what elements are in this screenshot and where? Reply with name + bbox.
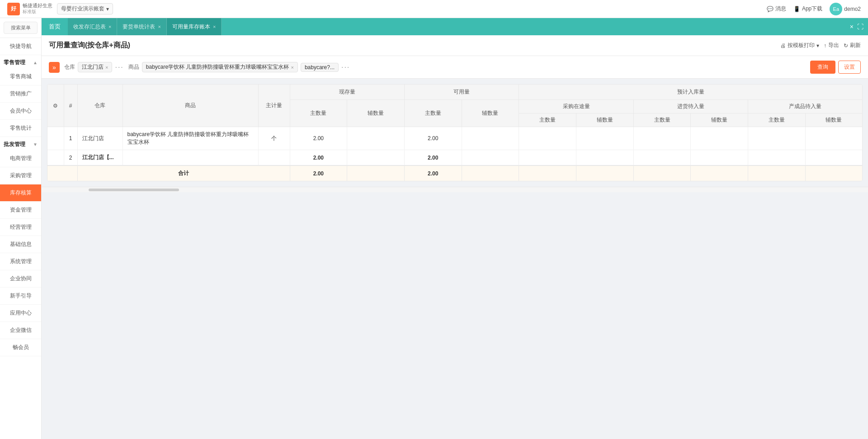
th-purchase-transit: 采购在途量	[519, 100, 633, 113]
close-all-icon[interactable]: ×	[850, 23, 854, 30]
sidebar-item-operations[interactable]: 经营管理	[0, 219, 41, 236]
username: demo2	[844, 6, 861, 12]
query-btn[interactable]: 查询	[810, 61, 835, 74]
sidebar-search-area: 搜索菜单	[0, 18, 41, 38]
logo-sub: 标准版	[23, 9, 52, 15]
product-more-btn[interactable]: ···	[341, 63, 350, 71]
top-bar-right: 💬 消息 📱 App下载 Ea demo2	[767, 3, 861, 15]
row-1-settings	[47, 127, 64, 150]
warehouse-tag-1-close[interactable]: ×	[105, 65, 108, 70]
product-filter-group: 商品 babycare学饮杯 儿童防摔防撞吸管杯重力球吸嘴杯宝宝水杯 × bab…	[128, 62, 350, 72]
setting-btn[interactable]: 设置	[838, 61, 861, 74]
warehouse-filter-group: 仓库 江北门店 × ···	[64, 62, 124, 72]
filter-expand-btn[interactable]: »	[49, 62, 60, 73]
filter-bar: » 仓库 江北门店 × ··· 商品 babycare学饮杯 儿童防摔防撞吸管杯…	[42, 56, 868, 79]
sidebar-item-member-center[interactable]: 会员中心	[0, 103, 41, 120]
row-2-purchase-aux	[576, 150, 634, 166]
th-available-main-qty: 主数量	[404, 100, 462, 127]
row-2-current-main: 2.00	[290, 150, 347, 166]
sidebar-item-retail-mall[interactable]: 零售商城	[0, 68, 41, 85]
tab-receipt-summary[interactable]: 收发存汇总表 ×	[68, 18, 117, 35]
row-2-available-aux	[462, 150, 519, 166]
product-tag-1[interactable]: babycare学饮杯 儿童防摔防撞吸管杯重力球吸嘴杯宝宝水杯 ×	[142, 62, 298, 72]
sidebar-item-app-center[interactable]: 应用中心	[0, 305, 41, 322]
inventory-table: ⚙ # 仓库 商品 主计量 现存量 可用量 预计入库量 主数量 辅	[47, 85, 862, 181]
export-label: 导出	[828, 42, 839, 49]
page-header: 可用量查询(按仓库+商品) 🖨 按模板打印 ▾ ↑ 导出 ↻ 刷新	[42, 35, 868, 56]
warehouse-tag-1[interactable]: 江北门店 ×	[78, 62, 112, 72]
warehouse-tag-1-text: 江北门店	[82, 63, 104, 71]
export-icon: ↑	[824, 42, 826, 49]
template-print-btn[interactable]: 🖨 按模板打印 ▾	[780, 42, 819, 49]
row-2-settings	[47, 150, 64, 166]
row-1-product-main	[748, 127, 806, 150]
row-1-available-main: 2.00	[404, 127, 462, 150]
th-pending-inbound: 进货待入量	[633, 100, 748, 113]
sidebar-item-purchase-mgmt[interactable]: 采购管理	[0, 167, 41, 184]
row-1-purchase-aux	[576, 127, 634, 150]
total-label-cell	[47, 165, 77, 181]
th-index: #	[64, 85, 77, 127]
sidebar-item-quick-nav[interactable]: 快捷导航	[0, 38, 41, 55]
tab-actions: × ⛶	[845, 23, 868, 30]
print-icon: 🖨	[780, 42, 786, 49]
horizontal-scrollbar[interactable]	[42, 187, 868, 192]
warehouse-more-btn[interactable]: ···	[115, 63, 123, 71]
app-download-label: App下载	[802, 5, 822, 13]
sidebar-item-marketing[interactable]: 营销推广	[0, 85, 41, 103]
table-header-row-1: ⚙ # 仓库 商品 主计量 现存量 可用量 预计入库量	[47, 85, 862, 100]
table-container: ⚙ # 仓库 商品 主计量 现存量 可用量 预计入库量 主数量 辅	[47, 84, 863, 181]
app-download-action[interactable]: 📱 App下载	[793, 5, 822, 13]
th-pending-aux: 辅数量	[691, 113, 748, 127]
content-area: 首页 收发存汇总表 × 要货单统计表 × 可用量库存账本 × × ⛶	[42, 18, 868, 439]
logo-icon: 好	[7, 3, 20, 15]
row-2-purchase-main	[519, 150, 576, 166]
maximize-icon[interactable]: ⛶	[857, 23, 863, 30]
row-2-product-main	[748, 150, 806, 166]
sidebar-item-system-mgmt[interactable]: 系统管理	[0, 253, 41, 270]
row-1-index: 1	[64, 127, 77, 150]
total-pending-main	[633, 165, 691, 181]
industry-name: 母婴行业演示账套	[61, 5, 104, 13]
search-menu-button[interactable]: 搜索菜单	[4, 22, 38, 34]
tab-demand-stats[interactable]: 要货单统计表 ×	[117, 18, 166, 35]
sidebar-item-basic-info[interactable]: 基础信息	[0, 236, 41, 253]
sidebar-item-member[interactable]: 畅会员	[0, 339, 41, 356]
row-2-warehouse: 江北门店【...	[77, 150, 123, 166]
product-tag-2-text: babycare?...	[305, 64, 335, 71]
logo-text-area: 畅捷通好生意 标准版	[23, 3, 52, 15]
sidebar-item-retail-stats[interactable]: 零售统计	[0, 120, 41, 137]
tab-demand-stats-close[interactable]: ×	[158, 24, 160, 29]
sidebar-item-enterprise-wechat[interactable]: 企业微信	[0, 322, 41, 339]
sidebar-item-ecommerce[interactable]: 电商管理	[0, 150, 41, 167]
row-1-current-aux	[347, 127, 405, 150]
total-current-aux	[347, 165, 405, 181]
product-tag-1-close[interactable]: ×	[291, 65, 293, 70]
row-2-available-main: 2.00	[404, 150, 462, 166]
sidebar-item-inventory[interactable]: 库存核算	[0, 184, 41, 202]
table-body: 1 江北门店 babycare学饮杯 儿童防摔防撞吸管杯重力球吸嘴杯宝宝水杯 个…	[47, 127, 862, 166]
settings-gear-icon[interactable]: ⚙	[53, 103, 58, 109]
table-row: 2 江北门店【... 2.00 2.00	[47, 150, 862, 166]
tab-available-stock[interactable]: 可用量库存账本 ×	[167, 18, 222, 35]
refresh-btn[interactable]: ↻ 刷新	[844, 42, 861, 49]
logo-text: 畅捷通好生意	[23, 3, 52, 9]
export-btn[interactable]: ↑ 导出	[824, 42, 839, 49]
tab-receipt-summary-close[interactable]: ×	[108, 24, 111, 29]
tab-home[interactable]: 首页	[42, 18, 68, 35]
user-action[interactable]: Ea demo2	[830, 3, 861, 15]
row-2-unit	[258, 150, 290, 166]
row-2-pending-main	[633, 150, 691, 166]
filter-actions: 查询 设置	[810, 61, 861, 74]
row-1-purchase-main	[519, 127, 576, 150]
th-pending-main: 主数量	[633, 113, 691, 127]
tab-available-stock-close[interactable]: ×	[213, 24, 216, 29]
sidebar-item-new-guide[interactable]: 新手引导	[0, 288, 41, 305]
sidebar-item-enterprise-collab[interactable]: 企业协同	[0, 270, 41, 288]
scroll-thumb[interactable]	[89, 189, 179, 191]
sidebar-item-finance[interactable]: 资金管理	[0, 202, 41, 219]
message-action[interactable]: 💬 消息	[767, 5, 786, 13]
industry-selector[interactable]: 母婴行业演示账套 ▾	[57, 3, 113, 14]
product-tag-2[interactable]: babycare?...	[301, 63, 339, 72]
message-icon: 💬	[767, 6, 774, 12]
